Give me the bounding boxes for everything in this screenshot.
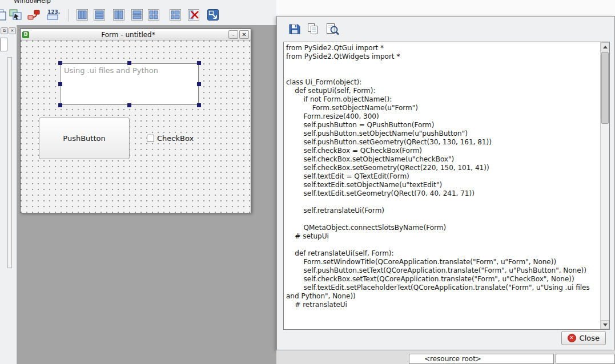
pushbutton-widget[interactable]: PushButton — [39, 118, 130, 159]
bottom-panel: <resource root> — [276, 350, 615, 364]
code-line: class Ui_Form(object): — [286, 78, 599, 87]
code-line: # setupUi — [286, 232, 599, 241]
code-line — [286, 215, 599, 224]
main-toolbar: 123, — [0, 5, 276, 26]
textedit-widget[interactable]: Using .ui files and Python — [61, 63, 199, 105]
code-line: def setupUi(self, Form): — [286, 87, 599, 95]
code-editor[interactable]: from PySide2.QtGui import *from PySide2.… — [283, 42, 610, 330]
layout-horizontal-icon[interactable] — [75, 7, 90, 23]
edit-widgets-icon[interactable] — [8, 7, 23, 23]
mdi-area: D Form - untitled* - ✕ Using .ui files a… — [17, 25, 276, 364]
code-line: self.checkBox.setText(QCoreApplication.t… — [286, 275, 599, 284]
code-line — [286, 61, 599, 70]
code-line: and Python", None)) — [286, 292, 599, 301]
dock-float-button[interactable]: ⧉ — [1, 27, 8, 34]
save-icon[interactable] — [287, 22, 302, 37]
form-canvas[interactable]: Using .ui files and Python PushButton Ch… — [21, 41, 251, 213]
code-line: self.checkBox.setObjectName(u"checkBox") — [286, 155, 599, 164]
form-window-icon: D — [22, 31, 29, 38]
code-line: Form.setWindowTitle(QCoreApplication.tra… — [286, 258, 599, 266]
left-panel-scrollbar[interactable] — [7, 57, 12, 268]
toolbar-separator — [68, 9, 69, 22]
form-window-titlebar[interactable]: D Form - untitled* - ✕ — [21, 29, 251, 41]
code-line: self.pushButton = QPushButton(Form) — [286, 121, 599, 130]
scrollbar-thumb[interactable] — [601, 52, 609, 124]
close-button-label: Close — [580, 334, 600, 342]
new-form-icon[interactable] — [0, 7, 7, 23]
background-area — [276, 0, 615, 16]
form-designer-window: D Form - untitled* - ✕ Using .ui files a… — [20, 29, 251, 213]
edit-tab-order-icon[interactable]: 123, — [46, 7, 61, 23]
code-line: self.textEdit.setGeometry(QRect(70, 40, … — [286, 189, 599, 198]
dialog-close-button[interactable]: ✕ Close — [561, 331, 606, 345]
find-icon[interactable] — [325, 22, 340, 37]
copy-icon[interactable] — [306, 22, 320, 37]
code-line — [286, 241, 599, 249]
code-line: self.checkBox = QCheckBox(Form) — [286, 147, 599, 155]
vertical-scrollbar[interactable] — [600, 42, 609, 329]
close-icon: ✕ — [568, 334, 576, 342]
code-line: self.retranslateUi(Form) — [286, 207, 599, 215]
code-line: if not Form.objectName(): — [286, 95, 599, 104]
code-line: from PySide2.QtGui import * — [286, 44, 599, 52]
svg-text:123,: 123, — [47, 9, 60, 15]
code-line — [286, 70, 599, 78]
code-line: from PySide2.QtWidgets import * — [286, 52, 599, 61]
code-text: from PySide2.QtGui import *from PySide2.… — [286, 44, 599, 309]
resource-root-item[interactable]: <resource root> — [409, 354, 554, 364]
layout-horizontal-splitter-icon[interactable] — [111, 7, 126, 23]
layout-vertical-icon[interactable] — [92, 7, 107, 23]
down-arrow-icon — [603, 323, 608, 326]
dock-close-button[interactable]: ✕ — [9, 27, 16, 34]
up-arrow-icon — [603, 46, 608, 48]
resource-panel-fragment — [556, 354, 615, 364]
filter-input[interactable] — [0, 38, 7, 51]
code-line: self.pushButton.setGeometry(QRect(30, 13… — [286, 138, 599, 147]
textedit-placeholder: Using .ui files and Python — [64, 66, 158, 75]
checkbox-widget[interactable]: CheckBox — [147, 134, 194, 143]
code-line: def retranslateUi(self, Form): — [286, 249, 599, 258]
form-window-title: Form - untitled* — [29, 31, 227, 39]
checkbox-label: CheckBox — [157, 134, 194, 143]
scroll-down-button[interactable] — [601, 320, 609, 329]
code-preview-dialog: from PySide2.QtGui import *from PySide2.… — [276, 16, 615, 350]
code-line: self.textEdit.setPlaceholderText(QCoreAp… — [286, 284, 599, 292]
code-line: self.checkBox.setGeometry(QRect(220, 150… — [286, 164, 599, 172]
layout-form-icon[interactable] — [168, 7, 183, 23]
break-layout-icon[interactable] — [186, 7, 201, 23]
edit-signals-slots-icon[interactable] — [26, 7, 41, 23]
menu-help[interactable]: Help — [37, 0, 51, 5]
code-line: Form.resize(400, 300) — [286, 112, 599, 121]
adjust-size-icon[interactable] — [206, 7, 220, 23]
minimize-button[interactable]: - — [228, 30, 238, 39]
code-line — [286, 198, 599, 207]
code-line: Form.setObjectName(u"Form") — [286, 104, 599, 112]
close-button[interactable]: ✕ — [239, 30, 249, 39]
layout-vertical-splitter-icon[interactable] — [130, 7, 144, 23]
menubar: Window Help — [0, 0, 276, 5]
code-line: # retranslateUi — [286, 301, 599, 309]
code-line: self.pushButton.setText(QCoreApplication… — [286, 266, 599, 275]
code-line: self.pushButton.setObjectName(u"pushButt… — [286, 130, 599, 138]
scroll-up-button[interactable] — [601, 42, 609, 51]
checkbox-indicator[interactable] — [147, 135, 154, 142]
left-dock-area: ⧉ ✕ — [0, 25, 17, 364]
code-line: self.textEdit = QTextEdit(Form) — [286, 172, 599, 181]
menu-window[interactable]: Window — [14, 0, 38, 5]
code-line: self.textEdit.setObjectName(u"textEdit") — [286, 181, 599, 189]
layout-grid-icon[interactable] — [146, 7, 161, 23]
code-line: QMetaObject.connectSlotsByName(Form) — [286, 224, 599, 232]
resource-root-label: <resource root> — [424, 355, 481, 363]
